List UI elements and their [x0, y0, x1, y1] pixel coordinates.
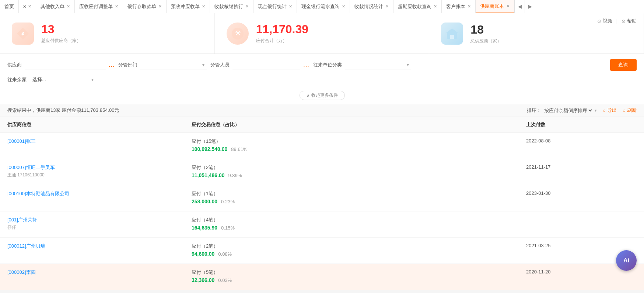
tx-amount-3[interactable]: 164,635.90 [192, 225, 217, 231]
tx-amount-4[interactable]: 94,600.00 [192, 251, 214, 257]
export-icon: ○ [603, 108, 606, 113]
supplier-name-2[interactable]: [000100]本特勤油品有限公司 [7, 190, 192, 197]
nav-tab-bank-deposit[interactable]: 银行存取款单 ✕ [123, 0, 167, 13]
help-link[interactable]: 帮助 [627, 18, 637, 24]
nav-tab-ar-ap-adjust-close[interactable]: ✕ [115, 4, 118, 9]
nav-tab-cash-bank-stat-label: 现金银行统计 [258, 3, 287, 10]
person-input[interactable] [232, 61, 300, 69]
transaction-info-5: 应付（5笔） 32,366.00 0.03% [192, 269, 526, 285]
nav-tab-home-label: 首页 [4, 3, 14, 10]
category-label: 往来单位分类 [313, 62, 342, 68]
nav-prev-arrow[interactable]: ◀ [514, 0, 525, 13]
supplier-info-0: [000001]张三 [7, 138, 192, 145]
supplier-name-0[interactable]: [000001]张三 [7, 138, 192, 145]
collapse-up-icon: ∧ [307, 93, 310, 98]
query-button[interactable]: 查询 [610, 59, 637, 71]
nav-tab-overdue-ar[interactable]: 超期应收款查询 ✕ [393, 0, 442, 13]
person-label: 分管人员 [210, 62, 230, 68]
balance-select[interactable]: 选择... [29, 75, 96, 84]
tx-pct-2: 0.23% [221, 199, 235, 204]
balance-label: 往来余额 [7, 76, 27, 83]
nav-tab-cash-bank-flow-label: 现金银行流水查询 [301, 3, 340, 10]
nav-tab-other-income[interactable]: 其他收入单 ✕ [36, 0, 75, 13]
nav-tab-cash-bank-stat[interactable]: 现金银行统计 ✕ [253, 0, 297, 13]
ai-button[interactable]: Ai [616, 250, 637, 271]
header-last-pay: 上次付数 [526, 121, 637, 128]
last-pay-2: 2023-01-30 [526, 190, 637, 196]
department-select[interactable] [140, 61, 207, 69]
nav-tab-cash-bank-flow[interactable]: 现金银行流水查询 ✕ [297, 0, 350, 13]
svg-text:✳: ✳ [235, 30, 240, 37]
sort-select[interactable]: 按应付余额倒序排序 [543, 107, 593, 114]
table-row: [001]广州荣轩 仔仔 应付（4笔） 164,635.90 0.15% [0, 211, 644, 238]
transaction-info-4: 应付（2笔） 94,600.00 0.08% [192, 243, 526, 258]
transaction-info-3: 应付（4笔） 164,635.90 0.15% [192, 217, 526, 232]
nav-tab-cash-bank-stat-close[interactable]: ✕ [289, 4, 292, 9]
nav-tab-advance-ar-close[interactable]: ✕ [202, 4, 205, 9]
supplier-name-5[interactable]: [000002]李四 [7, 269, 192, 276]
nav-tab-supplier-ledger-close[interactable]: ✕ [506, 4, 510, 8]
nav-tab-advance-ar[interactable]: 预收冲应收单 ✕ [167, 0, 210, 13]
supplier-info-2: [000100]本特勤油品有限公司 [7, 190, 192, 197]
supplier-table: 供应商信息 应付交易信息（占比） 上次付数 [000001]张三 应付（15笔）… [0, 117, 644, 290]
table-row: [000007]恒旺二手叉车 王通 17106110000 应付（2笔） 11,… [0, 159, 644, 185]
category-select[interactable] [345, 61, 411, 69]
nav-tab-supplier-ledger-label: 供应商账本 [480, 3, 504, 10]
nav-next-arrow[interactable]: ▶ [525, 0, 535, 13]
nav-tab-supplier-ledger[interactable]: 供应商账本 ✕ [476, 0, 514, 13]
ai-label: Ai [623, 257, 629, 264]
last-pay-4: 2021-03-25 [526, 243, 637, 248]
nav-tab-bank-deposit-close[interactable]: ✕ [158, 4, 162, 9]
summary-item-payable-total: ✳ 11,170.39 应付合计（万） [215, 13, 430, 54]
nav-tab-receipt-stat-label: 收款情况统计 [354, 3, 383, 10]
nav-tab-receipt-stat[interactable]: 收款情况统计 ✕ [350, 0, 393, 13]
person-ellipsis[interactable]: ... [303, 62, 309, 68]
summary-content-total-suppliers: 18 总供应商（家） [470, 23, 501, 44]
tx-amount-0[interactable]: 100,092,540.00 [192, 146, 227, 152]
nav-tab-other-income-label: 其他收入单 [41, 3, 64, 10]
nav-tab-receipt-stat-close[interactable]: ✕ [385, 4, 389, 9]
export-button[interactable]: ○ 导出 [603, 107, 617, 114]
svg-marker-5 [446, 28, 458, 33]
nav-tab-customer-ledger[interactable]: 客户账本 ✕ [442, 0, 476, 13]
nav-tab-customer-ledger-close[interactable]: ✕ [468, 4, 471, 9]
category-select-wrap [345, 61, 411, 69]
summary-icon-diamond: ¥ [11, 22, 35, 45]
summary-links: ⊙ 视频 ｜ ⊙ 帮助 [596, 18, 637, 24]
tx-amount-2[interactable]: 258,000.00 [192, 199, 217, 204]
tx-amount-5[interactable]: 32,366.00 [192, 277, 214, 283]
filter-department: 分管部门 [118, 61, 207, 69]
nav-tab-advance-ar-label: 预收冲应收单 [171, 3, 200, 10]
filter-bar: 供应商 ... 分管部门 分管人员 ... 往来单位分类 查询 [0, 54, 644, 104]
payable-suppliers-label: 总应付供应商（家） [41, 38, 81, 44]
nav-tab-3-close[interactable]: ✕ [28, 4, 31, 9]
table-row: [000100]本特勤油品有限公司 应付（1笔） 258,000.00 0.23… [0, 185, 644, 211]
supplier-name-3[interactable]: [001]广州荣轩 [7, 217, 192, 223]
nav-tab-overdue-ar-label: 超期应收款查询 [398, 3, 431, 10]
balance-select-wrap: 选择... [29, 75, 96, 84]
sort-down-icon: ▾ [595, 108, 597, 113]
tx-line-4: 应付（2笔） [192, 243, 526, 249]
nav-tab-home[interactable]: 首页 [0, 0, 19, 13]
total-suppliers-value: 18 [470, 23, 501, 37]
sort-control: 排序： 按应付余额倒序排序 ▾ [527, 107, 597, 114]
supplier-input[interactable] [25, 61, 106, 69]
supplier-name-1[interactable]: [000007]恒旺二手叉车 [7, 164, 192, 171]
circle-icon: ⊙ [597, 18, 601, 24]
nav-tab-cash-bank-flow-close[interactable]: ✕ [342, 4, 345, 9]
collapse-button[interactable]: ∧ 收起更多条件 [300, 91, 345, 100]
nav-tab-receipt-verify-close[interactable]: ✕ [245, 4, 249, 9]
supplier-name-4[interactable]: [000012]广州贝瑞 [7, 243, 192, 249]
transaction-info-1: 应付（2笔） 11,051,486.00 9.89% [192, 164, 526, 180]
nav-tab-receipt-verify[interactable]: 收款核销执行 ✕ [210, 0, 253, 13]
video-link[interactable]: 视频 [603, 18, 612, 24]
nav-tab-other-income-close[interactable]: ✕ [67, 4, 70, 9]
nav-tab-overdue-ar-close[interactable]: ✕ [434, 4, 437, 9]
total-suppliers-label: 总供应商（家） [470, 38, 501, 44]
supplier-ellipsis[interactable]: ... [109, 62, 115, 68]
nav-tab-ar-ap-adjust[interactable]: 应收应付调整单 ✕ [75, 0, 123, 13]
tx-amount-1[interactable]: 11,051,486.00 [192, 172, 225, 178]
nav-tab-3[interactable]: 3 ✕ [19, 0, 36, 13]
refresh-button[interactable]: ○ 刷新 [623, 107, 637, 114]
tx-pct-3: 0.15% [221, 225, 235, 231]
